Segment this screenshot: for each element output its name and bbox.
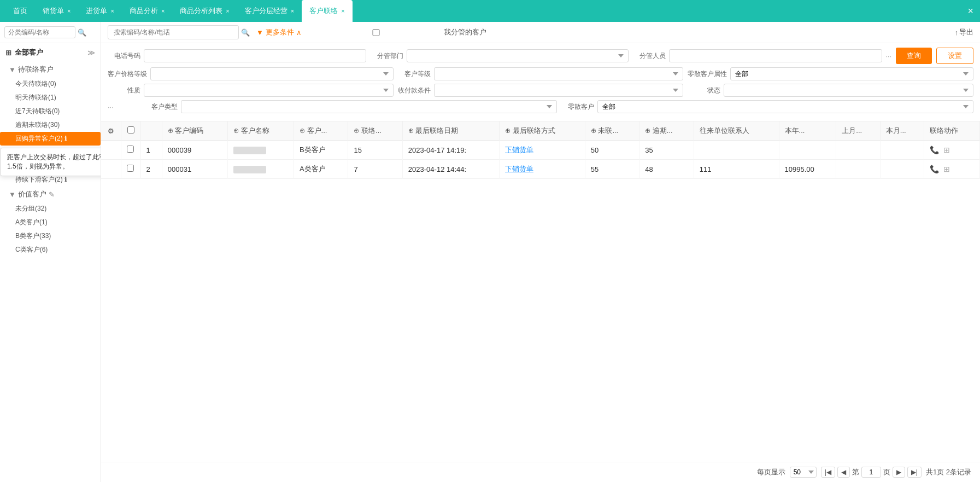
sidebar-item-class-c[interactable]: C类客户(6) xyxy=(0,243,101,257)
sidebar-item-tomorrow-pending[interactable]: 明天待联络(1) xyxy=(0,91,101,104)
prev-page-button[interactable]: ◀ xyxy=(837,467,850,478)
row-checkbox-1[interactable] xyxy=(127,165,134,172)
nav-close-customer-contact[interactable]: × xyxy=(341,8,344,14)
retail-attr-select[interactable]: 全部 xyxy=(730,67,973,80)
last-page-button[interactable]: ▶| xyxy=(907,467,922,478)
payment-select[interactable] xyxy=(434,84,684,97)
filter-row-4: ··· 客户类型 零散客户 全部 xyxy=(108,100,973,113)
cell-overdue: 35 xyxy=(639,141,694,160)
nature-select[interactable] xyxy=(144,84,394,97)
nav-item-product-analysis[interactable]: 商品分析 × xyxy=(122,0,172,22)
sidebar-search-input[interactable] xyxy=(4,26,75,38)
action-phone-icon[interactable]: 📞 xyxy=(930,165,939,173)
cell-settings xyxy=(101,141,121,160)
action-grid-icon[interactable]: ⊞ xyxy=(943,146,950,154)
table-row: 2 000031 A类客户 7 2023-04-12 14:44: 下销货单 5… xyxy=(101,160,980,179)
more-conditions-button[interactable]: ▼ 更多条件 ∧ xyxy=(256,27,302,37)
set-button[interactable]: 设置 xyxy=(936,48,973,64)
col-not-contacted[interactable]: ⊕ 未联... xyxy=(585,121,639,141)
manager-dots-button[interactable]: ··· xyxy=(885,52,891,60)
cell-checkbox[interactable] xyxy=(121,160,140,179)
col-customer-name[interactable]: ⊕ 客户名称 xyxy=(228,121,294,141)
nav-item-product-analysis-list[interactable]: 商品分析列表 × xyxy=(172,0,237,22)
cell-contacts: 15 xyxy=(348,141,402,160)
action-phone-icon[interactable]: 📞 xyxy=(930,146,939,154)
sidebar-group-pending[interactable]: ▼ 待联络客户 xyxy=(0,62,101,77)
col-last-month[interactable]: 上月... xyxy=(836,121,881,141)
nav-close-product-analysis[interactable]: × xyxy=(161,8,165,14)
filter-row-2: 客户价格等级 客户等级 零散客户属性 全部 xyxy=(108,67,973,80)
my-customers-checkbox[interactable]: 我分管的客户 xyxy=(310,27,486,37)
action-grid-icon[interactable]: ⊞ xyxy=(943,165,950,173)
customer-type-select[interactable] xyxy=(181,100,557,113)
cell-checkbox[interactable] xyxy=(121,141,140,160)
more-filter-dots[interactable]: ··· xyxy=(108,103,114,111)
sidebar-all-customers[interactable]: ⊞ 全部客户 ≫ xyxy=(0,43,101,62)
price-grade-select[interactable] xyxy=(150,67,394,80)
col-checkbox[interactable] xyxy=(121,121,140,141)
col-company-contacts[interactable]: 往来单位联系人 xyxy=(694,121,779,141)
total-records: 共1页 2条记录 xyxy=(926,467,971,477)
col-contacts[interactable]: ⊕ 联络... xyxy=(348,121,402,141)
filter-row-3: 性质 收付款条件 状态 xyxy=(108,84,973,97)
customer-grade-select[interactable] xyxy=(434,67,684,80)
nav-close-purchase[interactable]: × xyxy=(110,8,114,14)
sidebar-item-class-a[interactable]: A类客户(1) xyxy=(0,216,101,229)
per-page-select[interactable]: 50 100 200 xyxy=(790,467,817,478)
col-last-contact-method[interactable]: ⊕ 最后联络方式 xyxy=(500,121,585,141)
col-this-year[interactable]: 本年... xyxy=(779,121,836,141)
cell-last-month xyxy=(836,141,881,160)
col-this-month[interactable]: 本月... xyxy=(880,121,924,141)
nav-item-customer-contact[interactable]: 客户联络 × xyxy=(302,0,352,22)
nav-item-sales[interactable]: 销货单 × xyxy=(35,0,78,22)
col-settings[interactable]: ⚙ xyxy=(101,121,121,141)
arrow-down-icon-2: ▼ xyxy=(9,190,16,199)
customer-table: ⚙ ⊕ 客户编码 ⊕ 客户名称 ⊕ 客户... ⊕ 联络... ⊕ 最后联络日期… xyxy=(101,121,980,179)
advanced-filter: 电话号码 分管部门 分管人员 ··· 查询 设置 xyxy=(101,43,980,121)
filter-cell-retail-attr: 零散客户属性 全部 xyxy=(688,67,973,80)
sidebar-group-value[interactable]: ▼ 价值客户 ✎ xyxy=(0,187,101,202)
sidebar-item-repurchase-abnormal[interactable]: 回购异常客户(2) ℹ xyxy=(0,132,101,146)
retail-customer-select[interactable]: 全部 xyxy=(597,100,973,113)
sidebar-item-today-pending[interactable]: 今天待联络(0) xyxy=(0,77,101,91)
cell-actions: 📞 ⊞ xyxy=(924,160,980,179)
nav-item-purchase[interactable]: 进货单 × xyxy=(78,0,121,22)
col-customer-type[interactable]: ⊕ 客户... xyxy=(294,121,348,141)
nav-item-home[interactable]: 首页 xyxy=(5,0,35,22)
next-page-button[interactable]: ▶ xyxy=(893,467,905,478)
nav-close-product-analysis-list[interactable]: × xyxy=(226,8,229,14)
nav-close-customer-tier[interactable]: × xyxy=(291,8,294,14)
first-page-button[interactable]: |◀ xyxy=(821,467,835,478)
dept-select[interactable] xyxy=(407,49,629,62)
query-button[interactable]: 查询 xyxy=(896,48,932,64)
current-page-input[interactable] xyxy=(861,467,881,478)
col-overdue[interactable]: ⊕ 逾期... xyxy=(639,121,694,141)
my-customers-check[interactable] xyxy=(310,29,442,36)
export-button[interactable]: ↑ 导出 xyxy=(955,27,974,37)
cell-last-contact-method[interactable]: 下销货单 xyxy=(500,160,585,179)
filter-cell-payment: 收付款条件 xyxy=(398,84,684,97)
sidebar-collapse-button[interactable]: ≫ xyxy=(87,49,95,57)
row-checkbox-0[interactable] xyxy=(127,146,134,153)
sidebar-item-class-b[interactable]: B类客户(33) xyxy=(0,229,101,243)
page-label: 第 xyxy=(852,467,859,477)
cell-last-contact-method[interactable]: 下销货单 xyxy=(500,141,585,160)
nav-item-customer-tier[interactable]: 客户分层经营 × xyxy=(237,0,302,22)
search-button[interactable]: 🔍 xyxy=(241,28,250,37)
status-select[interactable] xyxy=(724,84,973,97)
phone-input[interactable] xyxy=(144,49,366,62)
search-input[interactable] xyxy=(108,25,239,39)
sidebar-item-7days-pending[interactable]: 近7天待联络(0) xyxy=(0,104,101,118)
sidebar-search-icon[interactable]: 🔍 xyxy=(78,28,86,37)
select-all-checkbox[interactable] xyxy=(127,126,134,133)
sidebar-item-ungrouped[interactable]: 未分组(32) xyxy=(0,202,101,216)
manager-input[interactable] xyxy=(669,49,882,62)
cell-company-contacts: 111 xyxy=(694,160,779,179)
nav-close-sales[interactable]: × xyxy=(67,8,71,14)
col-last-contact-date[interactable]: ⊕ 最后联络日期 xyxy=(402,121,499,141)
sidebar-item-overdue-pending[interactable]: 逾期未联络(30) xyxy=(0,118,101,132)
nav-close-all-button[interactable]: × xyxy=(967,5,973,17)
col-customer-code[interactable]: ⊕ 客户编码 xyxy=(162,121,228,141)
edit-icon[interactable]: ✎ xyxy=(49,190,55,199)
filter-cell-status: 状态 xyxy=(688,84,973,97)
